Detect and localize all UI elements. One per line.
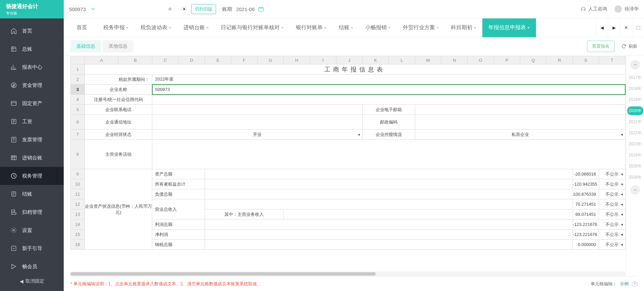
sidebar-item-0[interactable]: 首页 [0,22,64,40]
tab-close-icon[interactable]: × [527,25,530,30]
year-2019年[interactable]: 2019年 [627,95,643,104]
col-header[interactable]: A [85,56,118,64]
value-cell[interactable]: -120.942355 [573,179,599,189]
col-header[interactable]: Q [520,56,546,64]
value-cell[interactable]: 70.271451 [573,199,599,209]
tabs-scroll-left[interactable]: ◀ [596,18,608,37]
old-version-button[interactable]: 切到旧版 [191,4,216,14]
col-header[interactable]: E [205,56,231,64]
example-link[interactable]: 示例 [620,281,629,286]
sidebar-item-5[interactable]: 工资 [0,112,64,131]
publish-select[interactable]: 不公示 [599,230,625,240]
publish-select[interactable]: 不公示 [599,169,625,179]
refresh-button[interactable]: 刷新 [621,43,637,49]
unpin-button[interactable]: ◀ 取消固定 [0,278,64,284]
help-icon[interactable]: ? [632,281,637,287]
sidebar-item-10[interactable]: 归档管理 [0,203,64,221]
horizontal-scrollbar[interactable] [70,272,626,276]
tab-close-icon[interactable]: × [436,25,439,30]
col-header[interactable]: G [257,56,283,64]
tab-close-icon[interactable]: × [126,25,129,30]
tab-9[interactable]: 科目期初× [445,18,482,37]
publish-select[interactable]: 不公示 [599,189,625,199]
year-2017年[interactable]: 2017年 [627,73,643,82]
year-scroll-up[interactable] [631,60,640,69]
sidebar-item-8[interactable]: 税务管理 [0,167,64,185]
tab-5[interactable]: 银行对账单× [290,18,333,37]
col-header[interactable]: C [152,56,178,64]
tab-10[interactable]: 年报信息申报表× [482,18,536,37]
sidebar-item-13[interactable]: 畅会员 [0,257,64,276]
col-header[interactable]: M [415,56,441,64]
select-all-cell[interactable] [71,56,85,64]
tab-1[interactable]: 税务申报× [97,18,135,37]
col-header[interactable]: T [599,56,625,64]
subtab-basic-info[interactable]: 基础信息 [70,40,101,52]
year-2026年[interactable]: 2026年 [627,173,643,182]
company-selector[interactable]: 500973 [69,5,163,13]
sidebar-item-2[interactable]: 报表中心 [0,58,64,76]
subtab-other-info[interactable]: 其他信息 [103,40,133,52]
year-2020年[interactable]: 2020年 [627,106,643,115]
spreadsheet[interactable]: ABCDEFGHIJKLMNOPQRST1工商年报信息表2税款所属期间：2022… [70,56,626,271]
operating-status-select[interactable]: 开业 [152,130,363,140]
holding-type-select[interactable]: 私营企业 [415,130,625,140]
tab-close-icon[interactable]: × [324,25,327,30]
col-header[interactable]: I [310,56,336,64]
tab-close-icon[interactable]: × [169,25,171,30]
year-scroll-down[interactable] [631,185,640,195]
publish-select[interactable]: 不公示 [599,179,625,189]
col-header[interactable]: F [231,56,257,64]
col-header[interactable]: L [389,56,415,64]
tab-close-icon[interactable]: × [351,25,354,30]
col-header[interactable]: H [283,56,310,64]
col-header[interactable]: K [362,56,388,64]
tab-8[interactable]: 外贸行业方案× [397,18,445,37]
sidebar-item-6[interactable]: 发票管理 [0,131,64,149]
tabs-close-all[interactable]: ✕ [620,18,632,37]
value-cell[interactable]: -123.221676 [573,220,599,230]
value-cell[interactable]: 100.876339 [573,189,599,199]
publish-select[interactable]: 不公示 [599,240,625,250]
col-header[interactable]: S [573,56,599,64]
publish-select[interactable]: 不公示 [599,199,625,209]
tab-close-icon[interactable]: × [388,25,391,30]
publish-select[interactable]: 不公示 [599,209,625,220]
tab-4[interactable]: 日记账与银行对账单核对× [215,18,290,37]
col-header[interactable]: N [441,56,467,64]
col-header[interactable]: B [118,56,152,64]
sidebar-item-7[interactable]: 进销台账 [0,149,64,167]
year-2025年[interactable]: 2025年 [627,162,643,171]
add-icon[interactable] [166,5,174,13]
reset-report-button[interactable]: 重置报表 [587,41,614,52]
sidebar-item-3[interactable]: 资金管理 [0,76,64,94]
sidebar-item-1[interactable]: 总账 [0,40,64,58]
year-2021年[interactable]: 2021年 [627,117,643,126]
tab-close-icon[interactable]: × [474,25,476,30]
col-header[interactable]: D [178,56,205,64]
fullscreen-button[interactable] [632,18,644,37]
sidebar-item-4[interactable]: 固定资产 [0,94,64,112]
sidebar-item-11[interactable]: 设置 [0,221,64,239]
col-header[interactable]: J [336,56,362,64]
year-2023年[interactable]: 2023年 [627,140,643,148]
sidebar-item-12[interactable]: 新手引导 [0,239,64,257]
tab-2[interactable]: 税负波动表× [135,18,177,37]
col-header[interactable]: P [494,56,520,64]
year-2024年[interactable]: 2024年 [627,151,643,159]
sidebar-item-9[interactable]: 结账 [0,185,64,203]
company-name-cell[interactable]: 500973 [152,85,625,95]
year-2022年[interactable]: 2022年 [627,129,643,137]
col-header[interactable]: O [468,56,494,64]
publish-select[interactable]: 不公示 [599,220,625,230]
tab-3[interactable]: 进销台账× [177,18,215,37]
tab-0[interactable]: 首页× [70,18,97,37]
accounting-period[interactable]: 账期 2021-06 [222,6,264,12]
support-button[interactable]: 人工咨询 [580,6,607,12]
user-menu[interactable]: 徐泽华 [614,5,639,13]
tab-6[interactable]: 结账× [333,18,360,37]
gear-icon[interactable] [180,5,188,13]
value-cell[interactable]: -123.221676 [573,230,599,240]
value-cell[interactable]: 0.000000 [573,240,599,250]
col-header[interactable]: R [546,56,573,64]
